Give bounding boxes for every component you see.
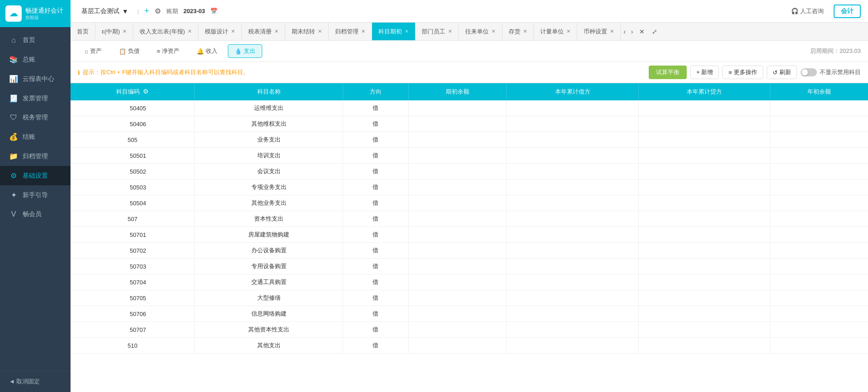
- sidebar-logo: ☁ 畅捷通好会计 旗舰版: [0, 0, 71, 27]
- cell-ytd-debit: [507, 322, 638, 338]
- cell-beginning: [770, 274, 868, 290]
- tab-unit[interactable]: 计量单位 ✕: [534, 23, 577, 41]
- cell-name: 办公设备购置: [195, 243, 343, 259]
- tab-subject-init-close[interactable]: ✕: [405, 28, 409, 34]
- tab-currency[interactable]: 币种设置 ✕: [577, 23, 621, 41]
- sub-tab-income[interactable]: 🔔 收入: [190, 44, 224, 58]
- tab-unit-close[interactable]: ✕: [566, 28, 571, 34]
- col-settings-icon[interactable]: ⚙: [143, 88, 149, 95]
- tabs-close-all-btn[interactable]: ✕: [636, 23, 648, 41]
- table-row[interactable]: 50702 办公设备购置 借: [71, 243, 868, 259]
- sidebar-item-checkout[interactable]: 💰 结账: [0, 127, 71, 146]
- calc-balance-btn[interactable]: 试算平衡: [649, 66, 687, 79]
- period-value: 2023-03: [184, 8, 205, 14]
- tab-partner[interactable]: 往来单位 ✕: [459, 23, 502, 41]
- sub-tab-netasset[interactable]: ≡ 净资产: [150, 44, 187, 58]
- tab-tax[interactable]: 税表清册 ✕: [242, 23, 285, 41]
- col-code: 科目编码 ⚙: [71, 83, 195, 100]
- sidebar-item-ledger[interactable]: 📚 总账: [0, 50, 71, 69]
- sidebar-item-settings[interactable]: ⚙ 基础设置: [0, 166, 71, 185]
- table-row[interactable]: 50502 会议支出 借: [71, 164, 868, 179]
- tab-partner-close[interactable]: ✕: [491, 28, 495, 34]
- add-btn[interactable]: + 新增: [690, 66, 719, 79]
- tab-archive[interactable]: 归档管理 ✕: [329, 23, 372, 41]
- tab-currency-close[interactable]: ✕: [610, 28, 614, 34]
- cell-opening: [408, 148, 507, 164]
- cell-beginning: [770, 290, 868, 306]
- table-row[interactable]: 510 其他支出 借: [71, 338, 868, 354]
- tab-inventory-close[interactable]: ✕: [523, 28, 527, 34]
- tab-annual-close[interactable]: ✕: [188, 28, 192, 34]
- tab-tax-close[interactable]: ✕: [274, 28, 278, 34]
- sidebar-item-reports[interactable]: 📊 云报表中心: [0, 69, 71, 89]
- sub-tab-expense[interactable]: 💧 支出: [228, 44, 262, 58]
- cell-direction: 借: [343, 211, 408, 227]
- sidebar-item-archive[interactable]: 📁 归档管理: [0, 146, 71, 166]
- switch-track[interactable]: [801, 68, 817, 76]
- tabs-prev-btn[interactable]: ‹: [621, 23, 628, 41]
- cell-name: 会议支出: [195, 164, 343, 179]
- cell-ytd-debit: [507, 211, 638, 227]
- table-row[interactable]: 50701 房屋建筑物购建 借: [71, 227, 868, 243]
- sidebar-collapse-btn[interactable]: ◄ 取消固定: [0, 371, 71, 392]
- table-row[interactable]: 50703 专用设备购置 借: [71, 259, 868, 274]
- refresh-icon: ↺: [773, 69, 778, 76]
- tabs-expand-btn[interactable]: ⤢: [648, 23, 661, 41]
- tabs-next-btn[interactable]: ›: [628, 23, 636, 41]
- cell-code: 50405: [71, 100, 195, 116]
- add-project-btn[interactable]: +: [144, 6, 149, 16]
- cell-opening: [408, 164, 507, 179]
- table-row[interactable]: 50704 交通工具购置 借: [71, 274, 868, 290]
- table-row[interactable]: 50504 其他业务支出 借: [71, 195, 868, 211]
- tab-template[interactable]: 模版设计 ✕: [198, 23, 242, 41]
- cell-direction: 借: [343, 322, 408, 338]
- tab-template-label: 模版设计: [205, 28, 228, 36]
- sidebar-item-member-label: 畅会员: [23, 210, 42, 218]
- sidebar-item-tax[interactable]: 🛡 税务管理: [0, 108, 71, 127]
- table-body: 50405 运维维支出 借 50406 其他维权支出 借 505 业务支出 借 …: [71, 100, 868, 354]
- tab-inventory[interactable]: 存货 ✕: [502, 23, 534, 41]
- tab-dept-close[interactable]: ✕: [448, 28, 452, 34]
- disable-toggle[interactable]: 不显示禁用科目: [801, 68, 861, 76]
- table-row[interactable]: 50405 运维维支出 借: [71, 100, 868, 116]
- sub-tab-asset-label: 资产: [90, 47, 102, 55]
- support-btn[interactable]: 🎧 人工咨询: [787, 5, 828, 17]
- sidebar-item-home[interactable]: ⌂ 首页: [0, 31, 71, 50]
- tab-mid[interactable]: ε(中期) ✕: [95, 23, 133, 41]
- table-row[interactable]: 50501 培训支出 借: [71, 148, 868, 164]
- refresh-btn[interactable]: ↺ 刷新: [767, 66, 797, 79]
- sidebar-item-invoice[interactable]: 🧾 发票管理: [0, 89, 71, 108]
- tab-period-end-close[interactable]: ✕: [318, 28, 322, 34]
- calendar-icon[interactable]: 📅: [210, 8, 217, 14]
- table-row[interactable]: 507 资本性支出 借: [71, 211, 868, 227]
- cell-ytd-debit: [507, 259, 638, 274]
- tab-home-label: 首页: [77, 28, 89, 36]
- tab-template-close[interactable]: ✕: [231, 28, 235, 34]
- tab-period-end[interactable]: 期末结转 ✕: [285, 23, 329, 41]
- role-label: 会计: [841, 7, 854, 14]
- more-btn[interactable]: ≡ 更多操作: [722, 66, 763, 79]
- tab-annual[interactable]: 收入支出表(年报) ✕: [133, 23, 198, 41]
- table-row[interactable]: 505 业务支出 借: [71, 132, 868, 148]
- tab-archive-close[interactable]: ✕: [361, 28, 365, 34]
- settings-btn[interactable]: ⚙: [155, 7, 161, 15]
- tab-dept[interactable]: 部门员工 ✕: [415, 23, 459, 41]
- table-row[interactable]: 50503 专项业务支出 借: [71, 179, 868, 195]
- sidebar-item-member[interactable]: V 畅会员: [0, 205, 71, 224]
- asset-icon: ⌂: [85, 48, 88, 55]
- table-row[interactable]: 50706 信息网络购建 借: [71, 306, 868, 322]
- tab-mid-close[interactable]: ✕: [123, 28, 127, 34]
- table-row[interactable]: 50705 大型修缮 借: [71, 290, 868, 306]
- sidebar-item-guide[interactable]: ✦ 新手引导: [0, 185, 71, 205]
- sub-tab-asset[interactable]: ⌂ 资产: [78, 44, 108, 58]
- more-label: 更多操作: [734, 68, 757, 76]
- sidebar-item-ledger-label: 总账: [23, 56, 35, 64]
- cell-beginning: [770, 195, 868, 211]
- tab-subject-init[interactable]: 科目期初 ✕: [372, 23, 415, 41]
- role-btn[interactable]: 会计: [834, 5, 861, 18]
- tab-home[interactable]: 首页: [71, 23, 95, 41]
- project-selector[interactable]: 基层工会测试 ▼: [78, 5, 132, 17]
- sub-tab-liability[interactable]: 📋 负债: [112, 44, 146, 58]
- table-row[interactable]: 50707 其他资本性支出 借: [71, 322, 868, 338]
- table-row[interactable]: 50406 其他维权支出 借: [71, 116, 868, 132]
